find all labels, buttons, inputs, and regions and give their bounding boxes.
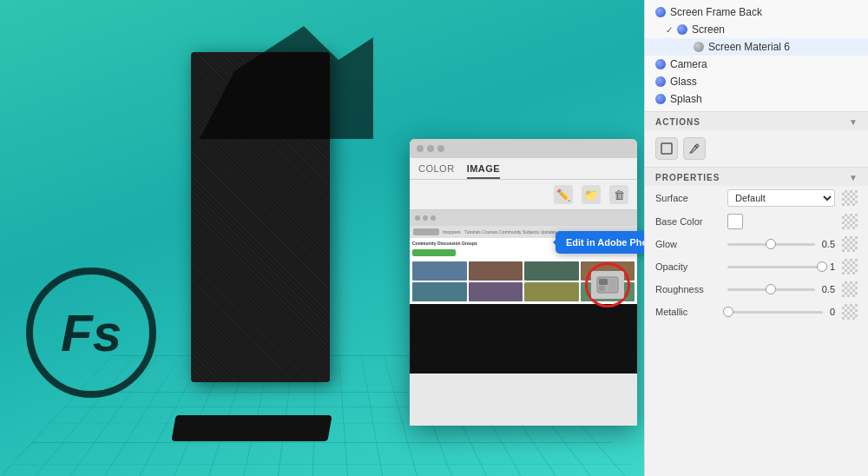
tree-item-splash[interactable]: Splash [645,90,868,108]
surface-checker [842,190,858,206]
ps-dot-1 [417,145,424,152]
ps-titlebar [410,139,637,158]
rect-action-button[interactable] [655,137,678,160]
roughness-checker [842,281,858,297]
scene-tree: Screen Frame Back ✓ Screen Screen Materi… [645,0,868,112]
svg-rect-1 [599,279,608,285]
glow-thumb[interactable] [766,239,776,249]
sphere-icon [655,59,666,69]
right-panel: Screen Frame Back ✓ Screen Screen Materi… [644,0,868,476]
opacity-checker [842,259,858,274]
opacity-row: Opacity 1 [645,255,868,278]
actions-section-header: ActiONS ▼ [645,112,868,130]
svg-rect-2 [599,286,605,291]
tree-item-screen-material-6[interactable]: Screen Material 6 [645,38,868,56]
material-icon [591,271,624,299]
tab-color[interactable]: COLOR [418,163,455,179]
base-color-row: Base Color [645,210,868,233]
ps-toolbar: ✏️ 📁 🗑 [410,180,637,210]
glow-label: Glow [655,239,720,249]
metallic-slider[interactable] [727,311,823,314]
actions-title: ActiONS [655,117,700,127]
browser-thumb [524,282,579,301]
roughness-thumb[interactable] [766,284,776,294]
action-icons [655,137,858,160]
browser-thumb [469,261,523,281]
actions-area [645,130,868,168]
glow-row: Glow 0.5 [645,233,868,255]
black-area [410,304,637,374]
glow-checker [842,236,858,252]
edit-photoshop-tooltip[interactable]: Edit in Adobe Photoshop CC... [556,231,644,254]
browser-thumb [524,261,579,281]
roughness-row: Roughness 0.5 [645,278,868,301]
sphere-icon [655,7,666,17]
glow-slider[interactable] [727,243,815,246]
folder-tool-icon[interactable]: 📁 [582,185,601,204]
tree-label: Splash [670,93,702,105]
opacity-value: 1 [830,261,835,272]
tree-label: Glass [670,76,697,88]
tree-item-camera[interactable]: Camera [645,56,868,73]
browser-thumb [412,261,467,281]
opacity-thumb[interactable] [817,261,827,272]
surface-label: Surface [655,193,720,203]
metallic-row: Metallic 0 [645,301,868,323]
opacity-label: Opacity [655,261,720,272]
metallic-thumb[interactable] [723,307,733,317]
tree-label: Screen Material 6 [708,41,790,53]
properties-title: PROPERTIES [655,173,720,182]
sphere-icon [677,24,687,35]
svg-rect-3 [608,279,616,291]
properties-area: Surface Unlit Default Reflective Base Co… [645,186,868,476]
actions-collapse-icon[interactable]: ▼ [849,117,858,127]
viewport: Fs COLOR IMAGE ✏️ 📁 🗑 fotoppers [0,0,644,476]
base-color-swatch[interactable] [727,214,743,229]
pencil-tool-icon[interactable]: ✏️ [554,185,573,204]
tree-item-screen[interactable]: ✓ Screen [645,21,868,38]
properties-section-header: PROPERTIES ▼ [645,168,868,186]
sphere-icon [694,42,704,52]
ps-tabs: COLOR IMAGE [410,158,637,180]
tree-label: Camera [670,58,707,70]
tab-image[interactable]: IMAGE [467,163,501,179]
properties-collapse-icon[interactable]: ▼ [849,173,858,182]
surface-row: Surface Unlit Default Reflective [645,186,868,210]
roughness-value: 0.5 [822,284,835,294]
svg-rect-4 [661,143,672,154]
ps-dot-3 [437,145,444,152]
red-circle-highlight [585,262,630,307]
device-stand [171,415,332,441]
glow-value: 0.5 [822,239,835,249]
browser-thumb [469,282,523,301]
metallic-checker [842,304,858,320]
roughness-slider[interactable] [727,288,815,291]
tree-item-glass[interactable]: Glass [645,73,868,90]
sphere-icon [655,76,666,87]
base-color-checker [842,214,858,229]
fs-logo: Fs [26,268,156,398]
base-color-label: Base Color [655,216,720,227]
metallic-value: 0 [830,307,835,317]
trash-tool-icon[interactable]: 🗑 [609,185,628,204]
ps-dot-2 [427,145,434,152]
metallic-label: Metallic [655,307,720,317]
tree-label: Screen [692,23,725,36]
tree-label: Screen Frame Back [670,6,762,18]
roughness-label: Roughness [655,284,720,294]
surface-dropdown[interactable]: Unlit Default Reflective [727,189,835,207]
sphere-icon [655,94,666,104]
check-icon: ✓ [666,25,673,35]
pen-action-button[interactable] [683,137,706,160]
opacity-slider[interactable] [727,266,823,268]
browser-bar [410,210,637,226]
browser-thumb [412,282,467,301]
tree-item-screen-frame-back[interactable]: Screen Frame Back [645,3,868,21]
